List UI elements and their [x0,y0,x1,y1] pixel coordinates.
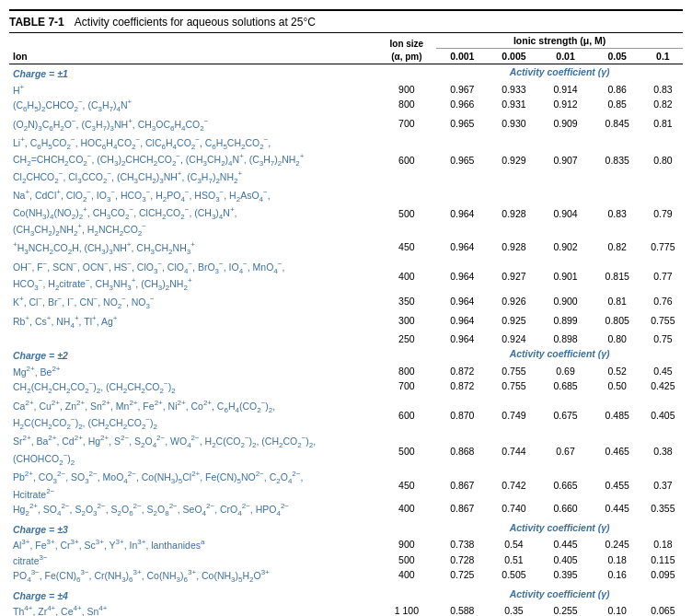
val-4: 0.455 [592,469,643,501]
val-4: 0.86 [592,82,643,98]
table-row: Hg22+, SO42−, S2O32−, S2O62−, S2O82−, Se… [9,501,683,519]
val-2: 0.755 [488,364,539,379]
val-4: 0.245 [592,537,643,552]
table-container: TABLE 7-1 Activity coefficients for aque… [9,9,683,616]
val-2: 0.928 [488,187,539,239]
val-3: 0.907 [540,134,592,187]
val-1: 0.872 [436,364,488,379]
val-2: 0.35 [488,603,539,616]
val-4: 0.445 [592,501,643,519]
ion-name: PO43−, Fe(CN)63−, Cr(NH3)63+, Co(NH3)63+… [9,567,376,586]
val-2: 0.930 [488,116,539,134]
table-row: PO43−, Fe(CN)63−, Cr(NH3)63+, Co(NH3)63+… [9,567,683,586]
ion-size: 600 [376,398,436,434]
val-5: 0.37 [643,469,683,501]
val-4: 0.52 [592,364,643,379]
val-3: 0.899 [540,313,592,331]
table-row: CH2(CH2CH2CO2−)2, (CH2CH2CO2−)2 700 0.87… [9,378,683,397]
val-4: 0.50 [592,378,643,397]
val-5: 0.355 [643,501,683,519]
val-3: 0.909 [540,116,592,134]
val-5: 0.45 [643,364,683,379]
table-row: (C6H5)2CHCO2−, (C3H7)4N+ 800 0.966 0.931… [9,97,683,115]
val-header-0001: 0.001 [436,49,488,64]
val-5: 0.76 [643,294,683,312]
table-subtitle: Activity coefficients for aqueous soluti… [75,16,316,29]
val-2: 0.933 [488,82,539,98]
val-5: 0.115 [643,552,683,568]
val-5: 0.065 [643,603,683,616]
val-3: 0.67 [540,433,592,469]
val-5: 0.755 [643,313,683,331]
table-row: OH−, F−, SCN−, OCN−, HS−, ClO3−, ClO4−, … [9,259,683,295]
activity-coeff-label-3: Activity coefficient (γ) [436,520,683,537]
ion-name: Pb2+, CO32−, SO32−, MoO42−, Co(NH3)5Cl2+… [9,469,376,501]
val-3: 0.900 [540,294,592,312]
ion-size: 800 [376,97,436,115]
val-1: 0.728 [436,552,488,568]
ion-size: 1 100 [376,603,436,616]
table-title-block: TABLE 7-1 Activity coefficients for aque… [9,9,683,29]
val-5: 0.77 [643,259,683,295]
activity-coeff-label-4: Activity coefficient (γ) [436,587,683,603]
val-5: 0.425 [643,378,683,397]
ion-size: 350 [376,294,436,312]
val-1: 0.964 [436,313,488,331]
val-1: 0.964 [436,259,488,295]
ion-size: 400 [376,259,436,295]
val-2: 0.926 [488,294,539,312]
table-row: K+, Cl−, Br−, I−, CN−, NO2−, NO3− 350 0.… [9,294,683,312]
val-4: 0.82 [592,239,643,258]
val-1: 0.964 [436,331,488,346]
val-1: 0.738 [436,537,488,552]
activity-coeff-label-2: Activity coefficient (γ) [436,346,683,363]
val-5: 0.82 [643,97,683,115]
table-row: (O2N)3C6H2O−, (C3H7)3NH+, CH3OC6H4CO2− 7… [9,116,683,134]
val-4: 0.815 [592,259,643,295]
val-3: 0.904 [540,187,592,239]
table-row: Th4+, Zr4+, Ce4+, Sn4+ 1 100 0.588 0.35 … [9,603,683,616]
val-3: 0.898 [540,331,592,346]
val-1: 0.964 [436,294,488,312]
ion-name: Sr2+, Ba2+, Cd2+, Hg2+, S2−, S2O42−, WO4… [9,433,376,469]
table-row: Na+, CdCl+, ClO2−, IO3−, HCO3−, H2PO4−, … [9,187,683,239]
val-4: 0.80 [592,331,643,346]
ion-name: (O2N)3C6H2O−, (C3H7)3NH+, CH3OC6H4CO2− [9,116,376,134]
table-row: 250 0.964 0.924 0.898 0.80 0.75 [9,331,683,346]
val-3: 0.914 [540,82,592,98]
main-table: Ion Ion size(α, pm) Ionic strength (μ, M… [9,32,683,616]
ion-name: +H3NCH2CO2H, (CH3)3NH+, CH3CH2NH3+ [9,239,376,258]
ion-size: 400 [376,501,436,519]
val-2: 0.742 [488,469,539,501]
table-row: citrate3− 500 0.728 0.51 0.405 0.18 0.11… [9,552,683,568]
val-1: 0.965 [436,134,488,187]
val-header-0005: 0.005 [488,49,539,64]
val-header-005: 0.05 [592,49,643,64]
val-4: 0.805 [592,313,643,331]
activity-coeff-label-1: Activity coefficient (γ) [436,64,683,82]
val-2: 0.505 [488,567,539,586]
ion-size: 500 [376,552,436,568]
ion-name: OH−, F−, SCN−, OCN−, HS−, ClO3−, ClO4−, … [9,259,376,295]
charge-pm2-label: Charge = ±2 [9,346,436,363]
val-header-001: 0.01 [540,49,592,64]
ion-size: 900 [376,82,436,98]
ion-name: Ca2+, Cu2+, Zn2+, Sn2+, Mn2+, Fe2+, Ni2+… [9,398,376,434]
ion-name: Th4+, Zr4+, Ce4+, Sn4+ [9,603,376,616]
ion-name: Li+, C6H5CO2−, HOC6H4CO2−, ClC6H4CO2−, C… [9,134,376,187]
ion-name [9,331,376,346]
val-4: 0.465 [592,433,643,469]
ion-size: 900 [376,537,436,552]
val-3: 0.902 [540,239,592,258]
ion-name: Mg2+, Be2+ [9,364,376,379]
val-5: 0.38 [643,433,683,469]
ion-name: Hg22+, SO42−, S2O32−, S2O62−, S2O82−, Se… [9,501,376,519]
val-4: 0.845 [592,116,643,134]
val-3: 0.405 [540,552,592,568]
size-header: Ion size(α, pm) [376,33,436,64]
val-3: 0.395 [540,567,592,586]
val-4: 0.83 [592,187,643,239]
charge-pm4-label: Charge = ±4 [9,587,436,603]
ion-size: 800 [376,364,436,379]
ion-name: Rb+, Cs+, NH4+, Tl+, Ag+ [9,313,376,331]
